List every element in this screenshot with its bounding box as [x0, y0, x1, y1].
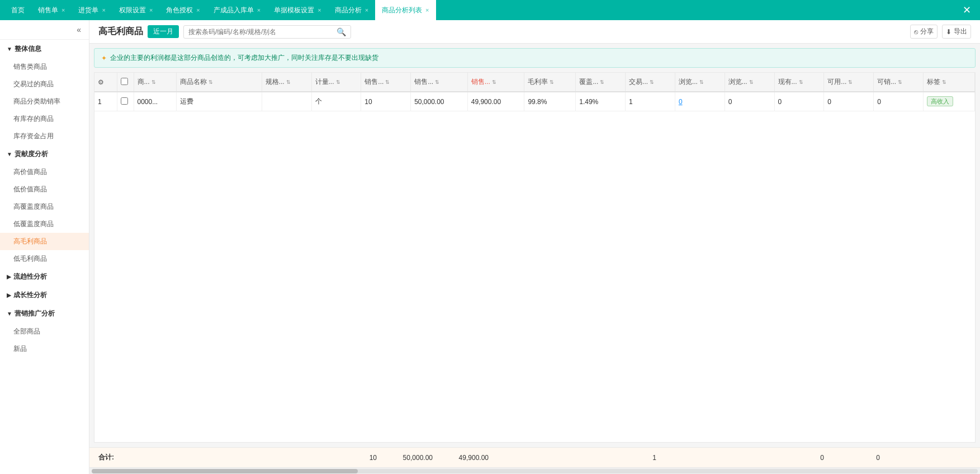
- th-sales2[interactable]: 销售...⇅: [411, 73, 468, 92]
- cell-unit: 个: [311, 92, 361, 111]
- totals-transactions: 1: [612, 454, 656, 462]
- nav-product-analysis[interactable]: 商品分析 ×: [328, 0, 375, 20]
- notice-text: 企业的主要的利润都是这部分商品创造的，可考虑加大推广，同时关注库存是不要出现缺货: [110, 53, 378, 63]
- th-browse1[interactable]: 浏览...⇅: [675, 73, 725, 92]
- table-container[interactable]: ⚙ 商...⇅ 商品名称⇅ 规格...⇅ 计量...⇅ 销售...⇅ 销售...…: [94, 72, 976, 443]
- nav-product-analysis-list[interactable]: 商品分析列表 ×: [375, 0, 435, 20]
- th-gross-rate[interactable]: 毛利率⇅: [524, 73, 576, 92]
- th-name[interactable]: 商品名称⇅: [176, 73, 262, 92]
- sort-icon: ⇅: [336, 79, 340, 85]
- th-code[interactable]: 商...⇅: [134, 73, 176, 92]
- cell-coverage: 1.49%: [576, 92, 626, 111]
- sort-icon: ⇅: [286, 79, 291, 85]
- th-settings[interactable]: ⚙: [94, 73, 117, 92]
- sidebar-item-new-goods[interactable]: 新品: [0, 340, 89, 358]
- th-browse2[interactable]: 浏览...⇅: [725, 73, 774, 92]
- search-icon-button[interactable]: 🔍: [337, 27, 346, 36]
- totals-sales1: 10: [332, 454, 377, 462]
- recent-month-button[interactable]: 近一月: [148, 25, 179, 38]
- cell-gross-rate: 99.8%: [524, 92, 576, 111]
- sidebar-item-low-margin[interactable]: 低毛利商品: [0, 250, 89, 267]
- window-close-button[interactable]: ✕: [963, 4, 976, 16]
- nav-product-warehouse[interactable]: 产成品入库单 ×: [207, 0, 267, 20]
- close-icon[interactable]: ×: [61, 7, 65, 13]
- content-area: 高毛利商品 近一月 🔍 ⎋ 分享 ⬇ 导出 ✦ 企业的主要的利: [89, 20, 980, 474]
- sidebar-item-low-coverage[interactable]: 低覆盖度商品: [0, 215, 89, 233]
- th-tag[interactable]: 标签⇅: [923, 73, 974, 92]
- cell-saleable: 0: [874, 92, 924, 111]
- th-transactions[interactable]: 交易...⇅: [626, 73, 675, 92]
- totals-sales2: 50,000.00: [388, 454, 433, 462]
- th-sales3[interactable]: 销售...⇅: [467, 73, 524, 92]
- cell-tag: 高收入: [923, 92, 974, 111]
- cell-code: 0000...: [134, 92, 176, 111]
- sidebar-item-high-value[interactable]: 高价值商品: [0, 163, 89, 181]
- th-checkbox: [117, 73, 134, 92]
- nav-product-analysis-list-label: 商品分析列表: [382, 6, 422, 15]
- sidebar-group-growth[interactable]: ▶ 成长性分析: [0, 286, 89, 304]
- cell-browse2: 0: [725, 92, 774, 111]
- sidebar-item-category-sales-rate[interactable]: 商品分类助销率: [0, 93, 89, 110]
- export-button[interactable]: ⬇ 导出: [942, 25, 971, 39]
- select-all-checkbox[interactable]: [121, 78, 128, 85]
- sidebar-group-trend[interactable]: ▶ 流趋性分析: [0, 267, 89, 286]
- cell-checkbox[interactable]: [117, 92, 134, 111]
- close-icon[interactable]: ×: [257, 7, 261, 13]
- nav-template-settings[interactable]: 单据模板设置 ×: [267, 0, 328, 20]
- main-container: « ▼ 整体信息 销售类商品 交易过的商品 商品分类助销率 有库存的商品 库存资…: [0, 20, 980, 474]
- close-icon[interactable]: ×: [425, 7, 429, 13]
- close-icon[interactable]: ×: [365, 7, 368, 13]
- cell-index: 1: [94, 92, 117, 111]
- th-sales1[interactable]: 销售...⇅: [361, 73, 411, 92]
- sort-icon: ⇅: [385, 79, 390, 85]
- sidebar-item-stock-capital[interactable]: 库存资金占用: [0, 128, 89, 145]
- sidebar-item-traded-goods[interactable]: 交易过的商品: [0, 76, 89, 93]
- sidebar-group-general-info[interactable]: ▼ 整体信息: [0, 40, 89, 58]
- cell-current: 0: [774, 92, 824, 111]
- horizontal-scrollbar[interactable]: [89, 467, 980, 474]
- th-saleable[interactable]: 可销...⇅: [874, 73, 924, 92]
- sidebar-item-sales-goods[interactable]: 销售类商品: [0, 58, 89, 76]
- arrow-right-icon: ▶: [7, 292, 11, 298]
- page-title: 高毛利商品: [98, 26, 143, 37]
- search-input[interactable]: [188, 28, 334, 36]
- row-checkbox[interactable]: [121, 97, 128, 105]
- sidebar-collapse-button[interactable]: «: [73, 24, 84, 36]
- share-icon: ⎋: [914, 28, 918, 36]
- totals-available: 0: [835, 454, 880, 462]
- close-icon[interactable]: ×: [102, 7, 105, 13]
- th-spec[interactable]: 规格...⇅: [262, 73, 311, 92]
- cell-name: 运费: [176, 92, 262, 111]
- sidebar-group-marketing-label: 营销推广分析: [15, 309, 55, 318]
- sidebar-item-high-coverage[interactable]: 高覆盖度商品: [0, 198, 89, 215]
- th-unit[interactable]: 计量...⇅: [311, 73, 361, 92]
- nav-purchase-order[interactable]: 进货单 ×: [72, 0, 112, 20]
- nav-permission-settings[interactable]: 权限设置 ×: [112, 0, 159, 20]
- nav-home[interactable]: 首页: [4, 0, 31, 20]
- sidebar-group-marketing[interactable]: ▼ 营销推广分析: [0, 304, 89, 323]
- close-icon[interactable]: ×: [318, 7, 321, 13]
- arrow-down-icon: ▼: [7, 311, 12, 317]
- sort-icon: ⇅: [848, 79, 853, 85]
- close-icon[interactable]: ×: [196, 7, 200, 13]
- sidebar-item-high-margin[interactable]: 高毛利商品: [0, 233, 89, 250]
- sidebar-item-low-value[interactable]: 低价值商品: [0, 181, 89, 198]
- cell-browse1[interactable]: 0: [675, 92, 725, 111]
- scrollbar-thumb[interactable]: [92, 469, 358, 473]
- header-actions: ⎋ 分享 ⬇ 导出: [910, 25, 971, 39]
- sort-icon: ⇅: [209, 79, 213, 85]
- nav-purchase-order-label: 进货单: [78, 6, 98, 15]
- sidebar-item-all-goods[interactable]: 全部商品: [0, 323, 89, 340]
- arrow-down-icon: ▼: [7, 46, 12, 52]
- share-button[interactable]: ⎋ 分享: [910, 25, 938, 39]
- close-icon[interactable]: ×: [149, 7, 153, 13]
- th-current[interactable]: 现有...⇅: [774, 73, 824, 92]
- info-icon: ✦: [101, 54, 107, 62]
- nav-sales-order[interactable]: 销售单 ×: [31, 0, 72, 20]
- sort-icon: ⇅: [650, 79, 654, 85]
- sidebar-item-stock-goods[interactable]: 有库存的商品: [0, 110, 89, 128]
- th-coverage[interactable]: 覆盖...⇅: [576, 73, 626, 92]
- sidebar-group-contribution[interactable]: ▼ 贡献度分析: [0, 145, 89, 163]
- th-available[interactable]: 可用...⇅: [824, 73, 874, 92]
- nav-role-auth[interactable]: 角色授权 ×: [159, 0, 206, 20]
